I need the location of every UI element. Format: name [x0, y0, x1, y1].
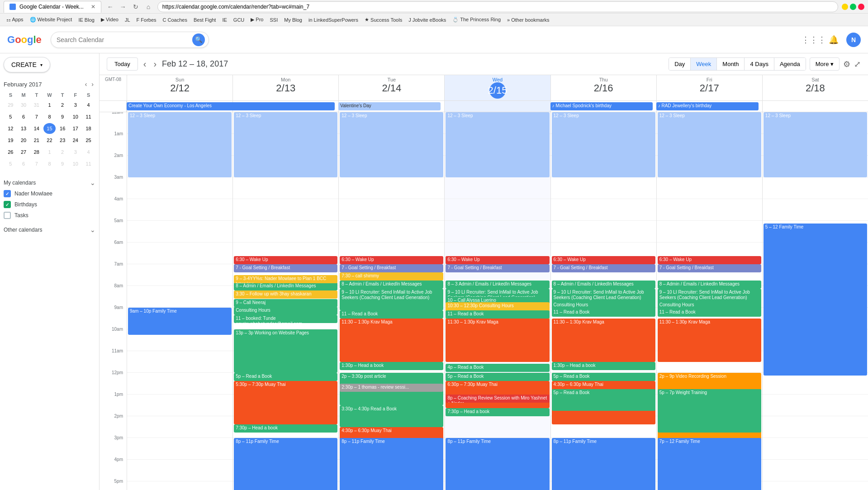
- mini-cal-day[interactable]: 5: [5, 111, 17, 122]
- bookmark-video[interactable]: ▶ Video: [98, 16, 121, 24]
- back-button[interactable]: ←: [105, 1, 116, 12]
- mini-cal-day[interactable]: 8: [43, 111, 56, 122]
- view-week-button[interactable]: Week: [690, 58, 716, 70]
- calendar-event[interactable]: 12 – 3 Sleep: [128, 112, 232, 177]
- minimize-button[interactable]: [842, 4, 848, 10]
- mini-cal-day[interactable]: 21: [30, 135, 43, 146]
- calendar-checkbox-tasks[interactable]: [4, 212, 11, 219]
- close-button[interactable]: [858, 4, 864, 10]
- view-agenda-button[interactable]: Agenda: [774, 58, 806, 70]
- mini-cal-day[interactable]: 10: [70, 111, 82, 122]
- calendar-event[interactable]: 11 – Read a Book: [446, 310, 549, 319]
- mini-cal-day[interactable]: 9: [57, 158, 69, 169]
- create-button[interactable]: CREATE ▾: [4, 57, 50, 72]
- bookmark-jl[interactable]: JL: [122, 16, 133, 24]
- prev-week-button[interactable]: ‹: [142, 57, 148, 71]
- mini-cal-day[interactable]: 27: [18, 147, 30, 157]
- calendar-event[interactable]: 8p – 11p Family Time: [340, 438, 443, 490]
- calendar-event[interactable]: 8 – Admin / Emails / LinkedIn Messages: [552, 281, 655, 289]
- mini-cal-day[interactable]: 8: [43, 158, 56, 169]
- calendar-event[interactable]: 8p – 11p Family Time: [234, 438, 337, 490]
- user-avatar[interactable]: N: [846, 33, 861, 47]
- mini-cal-day[interactable]: 5: [5, 158, 17, 169]
- calendar-event[interactable]: 6:30 – Wake Up: [446, 256, 549, 264]
- mini-cal-day[interactable]: 3: [70, 147, 82, 157]
- calendar-checkbox-nader[interactable]: [4, 190, 11, 197]
- home-button[interactable]: ⌂: [143, 1, 154, 12]
- mini-cal-day[interactable]: 6: [18, 158, 30, 169]
- mini-cal-day[interactable]: 7: [30, 111, 43, 122]
- calendar-event[interactable]: 3:30 – Follow up with 3hay shaskaran: [234, 290, 337, 299]
- calendar-event[interactable]: 8 – Admin / Emails / LinkedIn Messages: [658, 281, 761, 289]
- calendar-checkbox-birthdays[interactable]: [4, 201, 11, 208]
- mini-cal-day[interactable]: 29: [5, 100, 17, 110]
- mini-cal-day[interactable]: 26: [5, 147, 17, 157]
- search-input[interactable]: [57, 36, 192, 43]
- calendar-event[interactable]: 12 – 3 Sleep: [658, 112, 761, 177]
- my-calendars-header[interactable]: My calendars ⌄: [4, 177, 95, 188]
- browser-tab[interactable]: Google Calendar - Week... ✕: [4, 1, 101, 13]
- view-4days-button[interactable]: 4 Days: [744, 58, 773, 70]
- calendar-event[interactable]: 5p – Read a Book: [446, 373, 549, 381]
- bookmark-my-blog[interactable]: My Blog: [281, 16, 305, 24]
- calendar-event[interactable]: 7 - Goal Setting / Breakfast: [234, 264, 337, 272]
- calendar-event[interactable]: 11:30 – 1:30p Krav Maga: [340, 319, 443, 362]
- calendar-event[interactable]: 11 – booked: Tunde omotoyobabatundee@gma…: [234, 315, 337, 323]
- calendar-event[interactable]: 6:30 – Wake Up: [234, 256, 337, 264]
- calendar-event[interactable]: 9 – Call Neeraj: [234, 299, 337, 307]
- calendar-event[interactable]: 7:30p – Head a book: [446, 408, 549, 416]
- calendar-event[interactable]: 8 – 3 Admin / Emails / LinkedIn Messages: [446, 281, 549, 289]
- allday-event[interactable]: ♪ RAD Jewellery's birthday: [656, 102, 759, 110]
- notifications-button[interactable]: 🔔: [826, 33, 841, 47]
- mini-cal-day[interactable]: 22: [43, 135, 56, 146]
- calendar-event[interactable]: 7p – 12 Family Time: [658, 438, 761, 490]
- calendar-event[interactable]: 11 – Read a Book: [552, 309, 655, 317]
- calendar-event[interactable]: 5p – Read a Book: [234, 373, 337, 381]
- mini-cal-next[interactable]: ›: [90, 80, 95, 89]
- calendar-event[interactable]: 7 - Goal Setting / Breakfast: [446, 264, 549, 272]
- calendar-event[interactable]: 11:30 – 1:30p Krav Maga: [658, 319, 761, 362]
- mini-cal-day[interactable]: 2: [57, 100, 69, 110]
- bookmark-linkedin[interactable]: in LinkedSuperPowers: [306, 16, 361, 24]
- allday-event[interactable]: ♪ Michael Spodnick's birthday: [550, 102, 653, 110]
- bookmark-ie[interactable]: IE: [219, 16, 229, 24]
- calendar-event[interactable]: 7:30 – call shimmy: [340, 272, 443, 281]
- mini-cal-day[interactable]: 7: [30, 158, 43, 169]
- bookmark-website-project[interactable]: 🌐 Website Project: [27, 16, 75, 24]
- mini-cal-day[interactable]: 13: [18, 123, 30, 134]
- calendar-event[interactable]: 5p – 7p Weight Training: [658, 389, 761, 433]
- calendar-event[interactable]: 8 – Admin / Emails / LinkedIn Messages: [234, 282, 337, 290]
- calendar-item-birthdays[interactable]: Birthdays: [4, 199, 95, 210]
- calendar-event[interactable]: 12 – 3 Sleep: [340, 112, 443, 177]
- calendar-event[interactable]: 5:30p – 7:30p Muay Thai: [234, 381, 337, 424]
- calendar-event[interactable]: 12 – 3 Sleep: [234, 112, 337, 177]
- calendar-event[interactable]: 7 - Goal Setting / Breakfast: [658, 264, 761, 272]
- more-button[interactable]: More ▾: [810, 57, 840, 71]
- mini-cal-prev[interactable]: ‹: [83, 80, 89, 89]
- calendar-event[interactable]: 9am – 10p Family Time: [128, 308, 232, 335]
- today-button[interactable]: Today: [107, 57, 138, 71]
- bookmark-gcu[interactable]: GCU: [231, 16, 247, 24]
- view-day-button[interactable]: Day: [669, 58, 690, 70]
- apps-grid-button[interactable]: ⋮⋮⋮: [806, 33, 821, 47]
- next-week-button[interactable]: ›: [152, 57, 158, 71]
- calendar-event[interactable]: 4p – Read a Book: [446, 364, 549, 372]
- calendar-event[interactable]: 11:30 – 1:30p Krav Maga: [446, 319, 549, 362]
- mini-cal-day[interactable]: 30: [18, 100, 30, 110]
- bookmark-success-tools[interactable]: ★ Success Tools: [362, 16, 405, 24]
- mini-cal-day[interactable]: 6: [18, 111, 30, 122]
- mini-cal-day[interactable]: 14: [30, 123, 43, 134]
- calendar-event[interactable]: 9 – 3-4YY%s: Nader Mowlaee to Plan 1 BCC…: [234, 275, 337, 283]
- bookmark-pro[interactable]: ▶ Pro: [248, 16, 266, 24]
- calendar-event[interactable]: 7 - Goal Setting / Breakfast: [552, 264, 655, 272]
- search-button[interactable]: 🔍: [192, 33, 205, 46]
- calendar-event[interactable]: 2:30p – 1 thomas - review sessi...: [340, 384, 443, 392]
- calendar-event[interactable]: 7 - Goal Setting / Breakfast: [340, 264, 443, 272]
- bookmark-ssi[interactable]: SSI: [267, 16, 280, 24]
- fullscreen-button[interactable]: ⤢: [854, 59, 861, 69]
- calendar-event[interactable]: 1:30p – Head a book: [552, 362, 655, 370]
- bookmark-best-fight[interactable]: Best Fight: [191, 16, 219, 24]
- calendar-event[interactable]: 13p – 3p Working on Website Pages: [234, 329, 337, 373]
- calendar-event[interactable]: 8p – 11p Family Time: [446, 438, 549, 490]
- mini-cal-day[interactable]: 18: [82, 123, 95, 134]
